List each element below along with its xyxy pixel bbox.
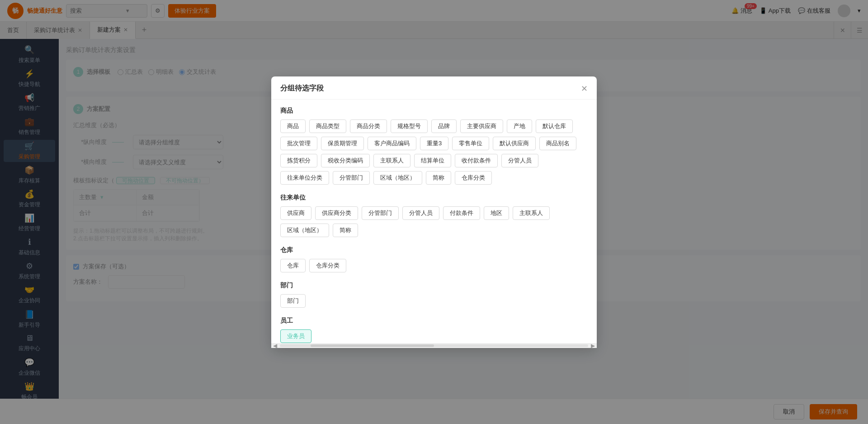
- field-tag[interactable]: 分管人员: [402, 206, 439, 220]
- field-group-partner: 往来单位 供应商 供应商分类 分管部门 分管人员 付款条件 地区 主联系人 区域…: [280, 194, 588, 237]
- field-tag[interactable]: 分管部门: [333, 171, 370, 185]
- field-tag[interactable]: 商品类型: [309, 119, 346, 133]
- field-tag[interactable]: 保质期管理: [321, 137, 364, 150]
- field-tag[interactable]: 拣货积分: [280, 154, 317, 167]
- field-tag[interactable]: 付款条件: [443, 206, 480, 220]
- field-group-warehouse: 仓库 仓库 仓库分类: [280, 246, 588, 272]
- field-group-goods: 商品 商品 商品类型 商品分类 规格型号 品牌 主要供应商 产地 默认仓库 批次…: [280, 107, 588, 185]
- field-tag[interactable]: 商品: [280, 119, 306, 133]
- field-tag[interactable]: 简称: [333, 224, 358, 237]
- field-tag[interactable]: 分管人员: [501, 154, 538, 167]
- hscroll-thumb[interactable]: [311, 344, 434, 347]
- field-tag[interactable]: 供应商: [280, 206, 311, 220]
- field-tag[interactable]: 产地: [507, 119, 532, 133]
- dialog-close-button[interactable]: ✕: [581, 84, 588, 94]
- group-title-partner: 往来单位: [280, 194, 588, 202]
- dialog-overlay: 分组待选字段 ✕ 商品 商品 商品类型 商品分类 规格型号 品牌 主要供应商 产…: [0, 0, 868, 424]
- field-tag[interactable]: 区域（地区）: [373, 171, 422, 185]
- field-tag[interactable]: 默认仓库: [536, 119, 573, 133]
- field-tag[interactable]: 收付款条件: [455, 154, 498, 167]
- field-tag[interactable]: 规格型号: [391, 119, 428, 133]
- field-tag[interactable]: 税收分类编码: [321, 154, 370, 167]
- field-group-employee: 员工 业务员: [280, 317, 588, 343]
- field-tag[interactable]: 仓库分类: [455, 171, 492, 185]
- field-tag[interactable]: 结算单位: [414, 154, 451, 167]
- scroll-left-arrow[interactable]: ◀: [273, 343, 277, 349]
- field-tag-employee[interactable]: 业务员: [280, 329, 311, 343]
- scroll-right-arrow[interactable]: ▶: [591, 343, 595, 349]
- field-tag[interactable]: 供应商分类: [315, 206, 358, 220]
- field-tag[interactable]: 仓库: [280, 259, 306, 272]
- group-title-warehouse: 仓库: [280, 246, 588, 254]
- field-group-dept: 部门 部门: [280, 281, 588, 308]
- dialog-header: 分组待选字段 ✕: [271, 76, 597, 100]
- field-select-dialog: 分组待选字段 ✕ 商品 商品 商品类型 商品分类 规格型号 品牌 主要供应商 产…: [271, 76, 597, 348]
- field-tag[interactable]: 商品别名: [539, 137, 576, 150]
- group-title-employee: 员工: [280, 317, 588, 325]
- dialog-body[interactable]: 商品 商品 商品类型 商品分类 规格型号 品牌 主要供应商 产地 默认仓库 批次…: [271, 100, 597, 343]
- field-tag[interactable]: 零售单位: [452, 137, 489, 150]
- field-tag[interactable]: 主联系人: [373, 154, 410, 167]
- field-tag[interactable]: 往来单位分类: [280, 171, 329, 185]
- field-tag[interactable]: 部门: [280, 294, 306, 308]
- field-tag[interactable]: 客户商品编码: [368, 137, 416, 150]
- field-tag[interactable]: 批次管理: [280, 137, 317, 150]
- field-tag[interactable]: 主要供应商: [460, 119, 503, 133]
- field-tag[interactable]: 默认供应商: [493, 137, 536, 150]
- field-tag[interactable]: 商品分类: [350, 119, 387, 133]
- group-title-goods: 商品: [280, 107, 588, 115]
- dialog-hscroll[interactable]: ◀ ▶: [271, 343, 597, 348]
- field-tag[interactable]: 分管部门: [362, 206, 399, 220]
- field-tag[interactable]: 重量3: [420, 137, 448, 150]
- dialog-title: 分组待选字段: [280, 84, 324, 93]
- partner-field-tags: 供应商 供应商分类 分管部门 分管人员 付款条件 地区 主联系人 区域（地区） …: [280, 206, 588, 237]
- goods-field-tags: 商品 商品类型 商品分类 规格型号 品牌 主要供应商 产地 默认仓库 批次管理 …: [280, 119, 588, 185]
- group-title-dept: 部门: [280, 281, 588, 290]
- field-tag[interactable]: 简称: [426, 171, 451, 185]
- field-tag[interactable]: 主联系人: [513, 206, 550, 220]
- field-tag[interactable]: 仓库分类: [309, 259, 346, 272]
- field-tag[interactable]: 品牌: [431, 119, 457, 133]
- warehouse-field-tags: 仓库 仓库分类: [280, 259, 588, 272]
- field-tag[interactable]: 地区: [484, 206, 509, 220]
- dept-field-tags: 部门: [280, 294, 588, 308]
- field-tag[interactable]: 区域（地区）: [280, 224, 329, 237]
- employee-field-tags: 业务员: [280, 329, 588, 343]
- hscroll-track: [280, 344, 588, 347]
